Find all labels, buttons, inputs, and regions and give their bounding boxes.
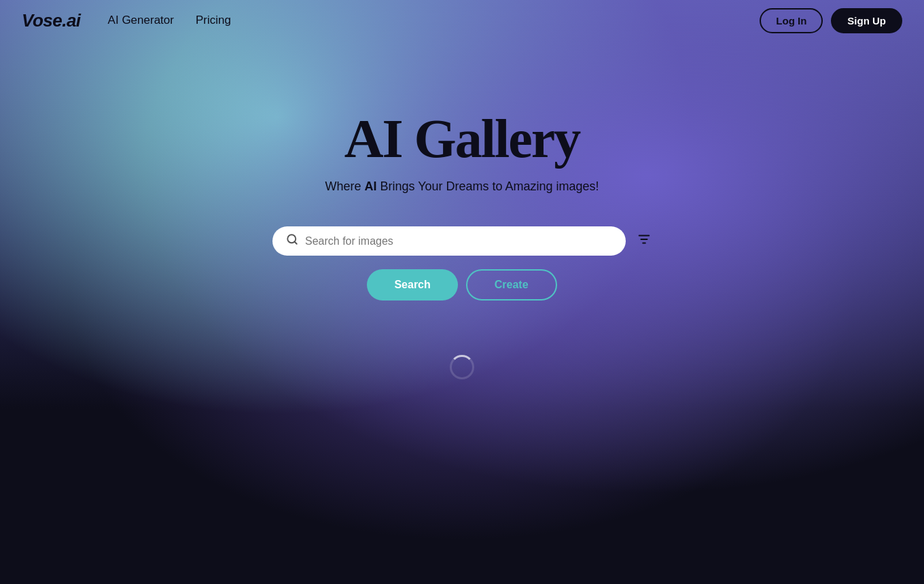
hero-subtitle-prefix: Where — [325, 179, 364, 193]
search-row — [272, 226, 652, 256]
search-input[interactable] — [305, 235, 612, 247]
search-button[interactable]: Search — [367, 269, 457, 300]
search-box — [272, 226, 626, 256]
loading-area — [0, 355, 924, 379]
hero-subtitle-suffix: Brings Your Dreams to Amazing images! — [376, 179, 599, 193]
loading-spinner — [450, 355, 474, 379]
logo: Vose.ai — [22, 10, 81, 31]
hero-section: AI Gallery Where AI Brings Your Dreams t… — [0, 109, 924, 194]
nav-link-ai-generator[interactable]: AI Generator — [108, 14, 174, 27]
nav-right: Log In Sign Up — [760, 8, 902, 33]
filter-icon[interactable] — [637, 232, 652, 250]
search-area: Search Create — [0, 226, 924, 300]
nav-links: AI Generator Pricing — [108, 14, 231, 27]
create-button[interactable]: Create — [466, 269, 557, 300]
search-icon — [286, 233, 298, 249]
login-button[interactable]: Log In — [760, 8, 823, 33]
page-wrapper: Vose.ai AI Generator Pricing Log In Sign… — [0, 0, 924, 584]
navbar: Vose.ai AI Generator Pricing Log In Sign… — [0, 0, 924, 41]
signup-button[interactable]: Sign Up — [831, 8, 902, 33]
action-buttons: Search Create — [367, 269, 556, 300]
hero-subtitle: Where AI Brings Your Dreams to Amazing i… — [325, 179, 599, 194]
hero-subtitle-bold: AI — [364, 179, 376, 193]
svg-line-1 — [294, 241, 296, 243]
nav-left: Vose.ai AI Generator Pricing — [22, 10, 231, 31]
nav-link-pricing[interactable]: Pricing — [196, 14, 231, 27]
hero-title: AI Gallery — [344, 109, 580, 169]
